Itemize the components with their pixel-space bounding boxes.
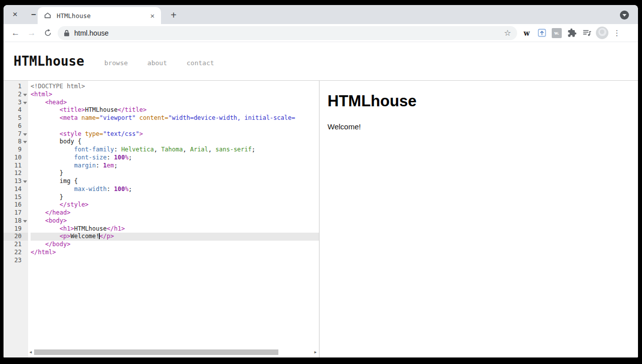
code-line[interactable]: <p>Welcome!</p>: [31, 233, 319, 241]
line-number: 16: [4, 201, 28, 209]
tab-search-button[interactable]: [620, 11, 629, 20]
nav-link-about[interactable]: about: [147, 59, 167, 67]
fold-arrow-icon[interactable]: [23, 94, 27, 96]
main-content: 1234567891011121314151617181920212223 <!…: [4, 80, 638, 357]
extension-wdot-icon[interactable]: w.: [549, 26, 564, 40]
line-number: 23: [4, 257, 28, 265]
line-number: 9: [4, 146, 28, 154]
site-logo[interactable]: HTMLhouse: [14, 54, 84, 69]
site-header: HTMLhouse browse about contact: [4, 42, 638, 80]
code-line[interactable]: [31, 122, 319, 130]
reload-icon: [44, 29, 52, 37]
line-number: 3: [4, 99, 28, 107]
browser-window: × – HTMLhouse × + ← →: [4, 5, 638, 357]
code-line[interactable]: <meta name="viewport" content="width=dev…: [31, 114, 319, 122]
browser-menu-button[interactable]: ⋮: [609, 26, 624, 40]
scroll-right-arrow-icon[interactable]: ▸: [313, 349, 318, 355]
scroll-left-arrow-icon[interactable]: ◂: [28, 349, 33, 355]
code-line[interactable]: </html>: [31, 249, 319, 257]
line-number: 18: [4, 217, 28, 225]
site-nav: browse about contact: [104, 59, 214, 67]
line-number: 22: [4, 249, 28, 257]
line-number: 5: [4, 114, 28, 122]
nav-link-browse[interactable]: browse: [104, 59, 128, 67]
line-number: 14: [4, 186, 28, 194]
preview-heading: HTMLhouse: [328, 92, 630, 110]
code-line[interactable]: body {: [31, 138, 319, 146]
reload-button[interactable]: [41, 26, 55, 40]
new-tab-button[interactable]: +: [167, 9, 180, 22]
fold-arrow-icon[interactable]: [23, 133, 27, 136]
code-line[interactable]: <body>: [31, 217, 319, 225]
lock-icon[interactable]: [64, 30, 70, 37]
window-close-button[interactable]: ×: [8, 5, 23, 24]
tab-strip: × – HTMLhouse × +: [4, 5, 638, 24]
line-number: 1: [4, 83, 28, 91]
scrollbar-track[interactable]: [33, 349, 313, 355]
forward-button[interactable]: →: [25, 26, 39, 40]
code-line[interactable]: }: [31, 194, 319, 202]
code-editor-pane: 1234567891011121314151617181920212223 <!…: [4, 81, 319, 357]
code-line[interactable]: </head>: [31, 209, 319, 217]
code-line[interactable]: font-size: 100%;: [31, 154, 319, 162]
address-bar[interactable]: html.house ☆: [58, 26, 517, 40]
extensions-row: w w.: [519, 26, 624, 40]
code-line[interactable]: max-width: 100%;: [31, 186, 319, 194]
code-line[interactable]: <head>: [31, 99, 319, 107]
line-number: 19: [4, 225, 28, 233]
profile-avatar[interactable]: [594, 26, 609, 40]
extension-w-icon[interactable]: w: [519, 26, 534, 40]
horizontal-scrollbar[interactable]: ◂ ▸: [28, 349, 318, 355]
browser-tab[interactable]: HTMLhouse ×: [38, 7, 161, 24]
playlist-icon[interactable]: [579, 26, 594, 40]
url-text[interactable]: html.house: [74, 29, 501, 37]
code-line[interactable]: font-family: Helvetica, Tahoma, Arial, s…: [31, 146, 319, 154]
tab-close-icon[interactable]: ×: [148, 11, 157, 20]
line-number-gutter: 1234567891011121314151617181920212223: [4, 81, 28, 357]
fold-arrow-icon[interactable]: [23, 220, 27, 223]
code-line[interactable]: <style type="text/css">: [31, 130, 319, 138]
code-line[interactable]: }: [31, 169, 319, 177]
fold-arrow-icon[interactable]: [23, 180, 27, 183]
preview-pane: HTMLhouse Welcome!: [319, 81, 638, 357]
line-number: 11: [4, 162, 28, 170]
line-number: 7: [4, 130, 28, 138]
code-editor[interactable]: <!DOCTYPE html><html> <head> <title>HTML…: [28, 81, 319, 357]
scrollbar-thumb[interactable]: [34, 349, 278, 355]
line-number: 15: [4, 194, 28, 202]
line-number: 2: [4, 91, 28, 99]
bookmark-star-icon[interactable]: ☆: [501, 28, 514, 38]
browser-toolbar: ← → html.house ☆ w: [4, 24, 638, 42]
line-number: 6: [4, 122, 28, 130]
line-number: 8: [4, 138, 28, 146]
code-line[interactable]: <!DOCTYPE html>: [31, 83, 319, 91]
line-number: 10: [4, 154, 28, 162]
code-line[interactable]: margin: 1em;: [31, 162, 319, 170]
extensions-puzzle-icon[interactable]: [564, 26, 579, 40]
line-number: 20: [4, 233, 28, 241]
line-number: 4: [4, 106, 28, 114]
preview-paragraph: Welcome!: [328, 122, 630, 131]
line-number: 17: [4, 209, 28, 217]
code-line[interactable]: <html>: [31, 91, 319, 99]
fold-arrow-icon[interactable]: [23, 102, 27, 104]
house-favicon-icon: [44, 12, 52, 20]
code-line[interactable]: [31, 257, 319, 265]
code-line[interactable]: <title>HTMLhouse</title>: [31, 106, 319, 114]
back-button[interactable]: ←: [9, 26, 23, 40]
fold-arrow-icon[interactable]: [23, 141, 27, 143]
kebab-menu-icon: ⋮: [613, 29, 621, 38]
code-line[interactable]: </style>: [31, 201, 319, 209]
tab-title: HTMLhouse: [57, 12, 148, 20]
line-number: 13: [4, 177, 28, 186]
line-number: 21: [4, 241, 28, 249]
code-line[interactable]: <h1>HTMLhouse</h1>: [31, 225, 319, 233]
line-number: 12: [4, 169, 28, 177]
code-line[interactable]: </body>: [31, 241, 319, 249]
nav-link-contact[interactable]: contact: [187, 59, 214, 67]
chevron-down-icon: [622, 14, 626, 17]
code-line[interactable]: img {: [31, 177, 319, 186]
extension-upload-icon[interactable]: [534, 26, 549, 40]
